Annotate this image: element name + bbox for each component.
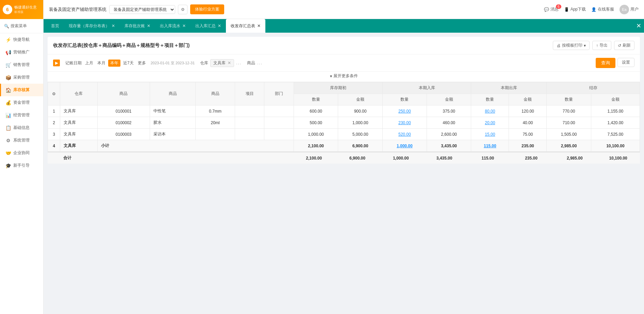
cell-in-amt: 2,600.00 [427,129,471,140]
tab-close-stock-dist[interactable]: ✕ [112,23,115,28]
cell-open-amt: 900.00 [338,105,382,117]
sidebar-item-guide[interactable]: 🎓新手引导 [0,159,43,172]
sidebar-item-marketing[interactable]: 📢营销推广 [0,46,43,59]
warehouse-filter-group: 仓库 文具库 ✕ ... [200,59,242,67]
sidebar-icon-operation: 📊 [5,113,11,118]
expand-label: 展开更多条件 [333,73,358,79]
subtotal-row: 4 文具库 小计 2,100.00 6,900.00 1,000.00 3,43… [48,140,640,152]
date-btn-本月[interactable]: 本月 [96,60,107,67]
th-opening-group: 库存期初 [294,82,383,94]
cell-out-qty[interactable]: 80.00 [471,105,509,117]
tab-close-inout-summary[interactable]: ✕ [218,23,221,28]
cell-in-qty[interactable]: 230.00 [382,117,427,129]
subtotal-in-amt: 3,435.00 [427,140,471,152]
query-btn[interactable]: 查询 [596,58,615,68]
sidebar-item-finance[interactable]: 💰资金管理 [0,96,43,109]
topbar: 装备及固定资产辅助管理系统 装备及固定资产辅助管理系统 ⚙ 体验行业方案 💬 消… [44,0,644,19]
date-filter-group: 记账日期 上月本月本年近7天更多 2023-01-01 至 2023-12-31 [65,60,195,67]
sidebar-icon-system: ⚙ [5,138,11,143]
cell-out-amt: 40.00 [509,117,547,129]
sidebar-item-basic[interactable]: 📋基础信息 [0,121,43,134]
refresh-icon: ↺ [618,43,621,48]
tab-recv-send-summary[interactable]: 收发存汇总表✕ [226,19,265,33]
goods-filter-dots[interactable]: ... [257,61,263,65]
export-btn[interactable]: ↑ 导出 [592,41,611,50]
th-settings[interactable]: ⚙ [48,82,60,105]
sidebar-item-sales[interactable]: 🛒销售管理 [0,59,43,71]
tab-home[interactable]: 首页 [46,19,64,33]
tab-stock-dist[interactable]: 现存量（库存分布表）✕ [64,19,120,33]
filter-toggle-btn[interactable]: ▶ [53,60,60,66]
online-service-btn[interactable]: 👤 在线客服 [591,6,614,12]
settings-btn[interactable]: 设置 [617,58,634,67]
table-wrap: ⚙ 仓库 商品 商品 商品 项目 部门 库存期初 本期入库 本期出库 结存 [48,82,640,152]
sidebar-label-guide: 新手引导 [13,163,30,168]
tabbar-close-all-btn[interactable]: ✕ [636,23,641,29]
cell-warehouse: 文具库 [60,117,98,129]
cell-out-qty[interactable]: 20.00 [471,117,509,129]
total-cell-9: 115.00 [466,156,510,161]
total-cell-1 [118,156,162,161]
date-btn-近7天[interactable]: 近7天 [122,60,135,67]
cell-goods-name: 采访本 [150,129,196,140]
expand-row: ▾ 展开更多条件 [48,72,640,82]
subtotal-open-qty: 2,100.00 [294,140,338,152]
cell-out-qty[interactable]: 15.00 [471,129,509,140]
tabbar: 首页现存量（库存分布表）✕库存批次账✕出入库流水✕出入库汇总✕收发存汇总表✕✕ [44,19,644,33]
tab-inout-summary[interactable]: 出入库汇总✕ [191,19,226,33]
sidebar-item-system[interactable]: ⚙系统管理 [0,134,43,147]
sidebar-item-purchase[interactable]: 📦采购管理 [0,71,43,84]
sidebar-icon-quick-nav: ⚡ [5,37,11,43]
online-service-label: 在线客服 [598,6,614,12]
total-cell-2 [162,156,205,161]
warehouse-tag-close-icon[interactable]: ✕ [228,61,231,65]
date-btn-上月[interactable]: 上月 [84,60,95,67]
total-cell-11: 2,985.00 [553,156,596,161]
date-btn-本年[interactable]: 本年 [108,60,120,67]
th-open-amt: 金额 [338,94,382,105]
cell-bal-qty: 770.00 [547,105,591,117]
date-btn-更多[interactable]: 更多 [136,60,147,67]
cell-no: 1 [48,105,60,117]
subtotal-label: 小计 [97,140,294,152]
tab-batch-account[interactable]: 库存批次账✕ [120,19,155,33]
system-select[interactable]: 装备及固定资产辅助管理系统 [109,5,175,14]
user-menu-btn[interactable]: Ea 用户 [620,5,639,14]
th-dept: 部门 [264,82,294,105]
warehouse-filter-dots[interactable]: ... [236,61,242,65]
print-btn[interactable]: 🖨 按模板打印 ▾ [553,41,590,50]
tab-close-batch-account[interactable]: ✕ [147,23,150,28]
tab-close-recv-send-summary[interactable]: ✕ [257,23,261,28]
cell-in-qty[interactable]: 250.00 [382,105,427,117]
search-menu-button[interactable]: 🔍 搜索菜单 [3,22,40,30]
th-open-qty: 数量 [294,94,338,105]
sidebar-item-quick-nav[interactable]: ⚡快捷导航 [0,33,43,46]
cell-project [235,105,264,117]
tab-label-stock-dist: 现存量（库存分布表） [69,23,110,29]
sidebar-item-corp[interactable]: 🤝企业协同 [0,147,43,159]
app-download-btn[interactable]: 📱 App下载 [564,6,586,12]
logo-sub: 标准版 [14,10,37,14]
warehouse-tag[interactable]: 文具库 ✕ [210,59,234,67]
total-bar: 合计 2,100.006,900.001,000.003,435.00115.0… [48,152,640,164]
refresh-btn[interactable]: ↺ 刷新 [614,41,634,50]
th-out-qty: 数量 [471,94,509,105]
tab-inout-flow[interactable]: 出入库流水✕ [155,19,191,33]
table-row: 1 文具库 0100001 中性笔 0.7mm 600.00 900.00 25… [48,105,640,117]
cell-in-qty[interactable]: 520.00 [382,129,427,140]
cell-goods-name: 中性笔 [150,105,196,117]
tab-label-inout-flow: 出入库流水 [160,23,180,29]
sidebar-item-operation[interactable]: 📊经营管理 [0,109,43,121]
system-title: 装备及固定资产辅助管理系统 [49,6,106,13]
experience-btn[interactable]: 体验行业方案 [190,4,224,14]
message-btn[interactable]: 💬 消息 6 [544,6,559,12]
tab-close-inout-flow[interactable]: ✕ [182,23,186,28]
expand-conditions-btn[interactable]: ▾ 展开更多条件 [330,73,358,79]
cell-goods-code: 0100001 [97,105,150,117]
main-area: 装备及固定资产辅助管理系统 装备及固定资产辅助管理系统 ⚙ 体验行业方案 💬 消… [44,0,644,314]
export-label: 导出 [599,43,608,48]
gear-icon[interactable]: ⚙ [178,5,187,14]
cell-in-amt: 460.00 [427,117,471,129]
sidebar-item-inventory[interactable]: 🏠库存核算 [0,84,43,96]
cell-dept [264,117,294,129]
